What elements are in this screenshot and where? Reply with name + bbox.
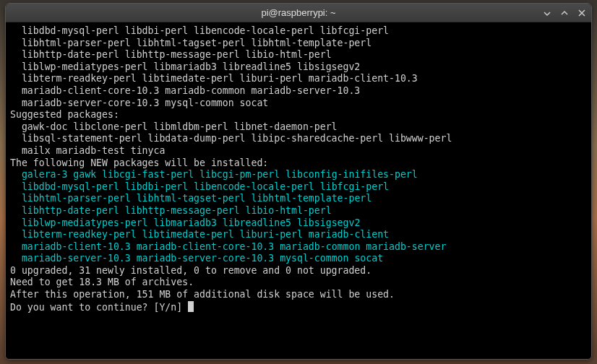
terminal-line: mailx mariadb-test tinyca: [10, 145, 587, 157]
close-icon: [578, 9, 585, 17]
terminal-line: Suggested packages:: [10, 109, 587, 121]
maximize-icon: [561, 9, 568, 17]
terminal-line: gawk-doc libclone-perl libmldbm-perl lib…: [10, 121, 587, 134]
terminal-line: mariadb-client-core-10.3 mariadb-common …: [10, 85, 587, 98]
terminal-line: mariadb-client-10.3 mariadb-client-core-…: [10, 241, 587, 254]
terminal-line: mariadb-server-core-10.3 mysql-common so…: [10, 98, 587, 110]
terminal-line: libhttp-date-perl libhttp-message-perl l…: [10, 49, 587, 61]
terminal-output[interactable]: libdbd-mysql-perl libdbi-perl libencode-…: [6, 22, 591, 359]
terminal-line: libhttp-date-perl libhttp-message-perl l…: [10, 205, 587, 217]
window-title: pi@raspberrypi: ~: [261, 7, 335, 18]
terminal-line: 0 upgraded, 31 newly installed, 0 to rem…: [10, 265, 587, 277]
terminal-line: libhtml-parser-perl libhtml-tagset-perl …: [10, 38, 587, 50]
terminal-line: The following NEW packages will be insta…: [10, 157, 587, 170]
terminal-line: libdbd-mysql-perl libdbi-perl libencode-…: [10, 25, 587, 38]
minimize-icon: [544, 9, 551, 17]
terminal-line: libsql-statement-perl libdata-dump-perl …: [10, 133, 587, 145]
close-button[interactable]: [577, 8, 587, 18]
titlebar[interactable]: pi@raspberrypi: ~: [6, 4, 591, 22]
terminal-line: libhtml-parser-perl libhtml-tagset-perl …: [10, 193, 587, 205]
terminal-line: After this operation, 151 MB of addition…: [10, 289, 587, 301]
maximize-button[interactable]: [559, 8, 570, 18]
terminal-line: galera-3 gawk libcgi-fast-perl libcgi-pm…: [10, 169, 587, 181]
terminal-window: pi@raspberrypi: ~ libdbd-mysql-perl libd…: [5, 3, 592, 360]
minimize-button[interactable]: [542, 8, 552, 18]
terminal-line: Need to get 18.3 MB of archives.: [10, 277, 587, 289]
terminal-line: libterm-readkey-perl libtimedate-perl li…: [10, 73, 587, 85]
terminal-line: liblwp-mediatypes-perl libmariadb3 libre…: [10, 217, 587, 230]
terminal-line: liblwp-mediatypes-perl libmariadb3 libre…: [10, 61, 587, 74]
terminal-line: mariadb-server-10.3 mariadb-server-core-…: [10, 253, 587, 265]
terminal-line: libdbd-mysql-perl libdbi-perl libencode-…: [10, 181, 587, 194]
terminal-prompt[interactable]: Do you want to continue? [Y/n]: [10, 301, 587, 314]
titlebar-controls: [542, 4, 587, 22]
cursor: [188, 301, 194, 312]
terminal-line: libterm-readkey-perl libtimedate-perl li…: [10, 229, 587, 241]
